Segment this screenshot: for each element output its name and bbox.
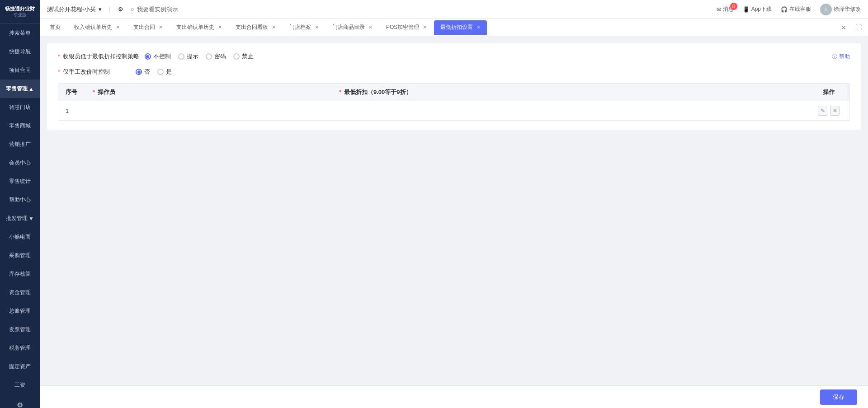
sidebar-item-tax[interactable]: 税务管理 [0, 339, 40, 357]
tab-close-store-goods[interactable]: ✕ [368, 24, 373, 30]
radio-ban[interactable]: 禁止 [233, 52, 254, 61]
tab-store-profile[interactable]: 门店档案 ✕ [283, 20, 325, 35]
field1-required-star: * [58, 53, 60, 60]
tab-payment-confirm-history[interactable]: 支出确认单历史 ✕ [170, 20, 228, 35]
footer: 保存 [40, 385, 868, 408]
tabbar-actions: ✕ ⛶ [838, 23, 864, 32]
question-circle-icon: ⓘ [832, 53, 837, 61]
col-header-operator: * 操作员 [85, 84, 332, 101]
sidebar-item-ecommerce[interactable]: 小畅电商 [0, 228, 40, 246]
tab-income-history[interactable]: 收入确认单历史 ✕ [68, 20, 126, 35]
sidebar-item-marketing[interactable]: 营销推广 [0, 135, 40, 154]
topbar-divider: | [109, 6, 110, 13]
tab-min-discount[interactable]: 最低折扣设置 ✕ [434, 20, 487, 35]
close-all-tabs-button[interactable]: ✕ [838, 23, 849, 32]
sidebar-item-online-shop[interactable]: 零售商城 [0, 117, 40, 135]
demo-icon: ○ [131, 6, 134, 13]
avatar: 人 [820, 4, 832, 15]
tab-close-store-profile[interactable]: ✕ [315, 24, 319, 30]
tab-close-min-discount[interactable]: ✕ [476, 24, 481, 30]
message-button[interactable]: ✉ 消息 8 [717, 5, 734, 13]
project-chevron-icon: ▾ [99, 6, 102, 13]
field2-label: * 仅手工改价时控制 [58, 68, 130, 76]
sidebar-item-project-contract[interactable]: 项目合同 [0, 61, 40, 80]
tab-close-payment-contract[interactable]: ✕ [159, 24, 163, 30]
field1-label: * 收银员低于最低折扣控制策略 [58, 52, 139, 61]
sidebar-item-ledger[interactable]: 总账管理 [0, 302, 40, 320]
sidebar-item-retail-stats[interactable]: 零售统计 [0, 172, 40, 191]
radio-password-circle [206, 53, 212, 60]
operator-required-star: * [93, 89, 95, 95]
table-row: 1 ✎ ✕ [58, 101, 849, 120]
main-area: 测试分开花程-小买 ▾ | ⚙ ○ 我要看实例演示 ✉ 消息 8 📱 App下载… [40, 0, 868, 408]
discount-table: 序号 * 操作员 * 最低折扣（9.00等于9折） 操作 1 [58, 83, 850, 121]
row1-delete-button[interactable]: ✕ [830, 106, 840, 116]
form-card: * 收银员低于最低折扣控制策略 不控制 提示 密码 [47, 43, 861, 130]
sidebar-item-quick-nav[interactable]: 快捷导航 [0, 42, 40, 61]
tab-pos-password[interactable]: POS加密管理 ✕ [380, 20, 433, 35]
settings-button[interactable]: ⚙ [118, 6, 123, 13]
tab-close-income-history[interactable]: ✕ [116, 24, 120, 30]
radio-no[interactable]: 否 [136, 68, 150, 76]
tabbar: 首页 收入确认单历史 ✕ 支出合同 ✕ 支出确认单历史 ✕ 支出合同看板 ✕ 门… [40, 19, 868, 36]
sidebar-item-finance[interactable]: 资金管理 [0, 283, 40, 302]
radio-tip[interactable]: 提示 [178, 52, 198, 61]
help-button[interactable]: ⓘ 帮助 [832, 53, 850, 61]
sidebar-item-wholesale-mgmt[interactable]: 批发管理 ▼ [0, 209, 40, 228]
phone-icon: 📱 [743, 6, 750, 13]
sidebar-item-inventory[interactable]: 库存核算 [0, 265, 40, 283]
sidebar: 畅捷通好业财 专业版 搜索菜单 快捷导航 项目合同 零售管理 ▲ 智慧门店 零售… [0, 0, 40, 408]
tab-store-goods[interactable]: 门店商品目录 ✕ [326, 20, 379, 35]
discount-required-star: * [339, 89, 341, 95]
table-header: 序号 * 操作员 * 最低折扣（9.00等于9折） 操作 [58, 84, 849, 101]
sidebar-item-salary[interactable]: 工资 [0, 376, 40, 394]
radio-no-control-circle [145, 53, 151, 60]
expand-tabs-button[interactable]: ⛶ [853, 23, 864, 32]
sidebar-item-invoice[interactable]: 发票管理 [0, 320, 40, 339]
radio-tip-circle [178, 53, 184, 60]
sidebar-item-search[interactable]: 搜索菜单 [0, 24, 40, 42]
sidebar-item-purchase-mgmt[interactable]: 采购管理 [0, 246, 40, 265]
message-icon: ✉ [717, 6, 721, 13]
sidebar-item-smart-store[interactable]: 智慧门店 [0, 98, 40, 117]
col-header-action: 操作 [811, 84, 847, 101]
row1-operator [85, 106, 332, 115]
logo-line2: 专业版 [4, 12, 36, 18]
tab-payment-contract[interactable]: 支出合同 ✕ [127, 20, 169, 35]
headset-icon: 🎧 [781, 6, 788, 13]
field1-radio-group: 不控制 提示 密码 禁止 [145, 52, 254, 61]
settings-icon: ⚙ [118, 6, 123, 13]
gear-icon: ⚙ [17, 401, 23, 408]
content-area: * 收银员低于最低折扣控制策略 不控制 提示 密码 [40, 36, 868, 385]
radio-no-control[interactable]: 不控制 [145, 52, 171, 61]
radio-no-circle [136, 69, 142, 75]
tab-close-payment-contract-board[interactable]: ✕ [272, 24, 276, 30]
row1-actions: ✎ ✕ [811, 101, 847, 120]
project-selector[interactable]: 测试分开花程-小买 ▾ [47, 5, 102, 14]
save-button[interactable]: 保存 [820, 389, 857, 405]
chevron-up-icon: ▲ [28, 86, 34, 92]
sidebar-item-help-center[interactable]: 帮助中心 [0, 191, 40, 209]
radio-password[interactable]: 密码 [206, 52, 226, 61]
chevron-down-icon: ▼ [28, 216, 34, 222]
row1-seq: 1 [58, 103, 85, 119]
sidebar-item-fixed-assets[interactable]: 固定资产 [0, 357, 40, 376]
radio-yes[interactable]: 是 [157, 68, 172, 76]
message-badge: 8 [730, 3, 737, 10]
topbar: 测试分开花程-小买 ▾ | ⚙ ○ 我要看实例演示 ✉ 消息 8 📱 App下载… [40, 0, 868, 19]
sidebar-item-member-center[interactable]: 会员中心 [0, 154, 40, 172]
tab-home[interactable]: 首页 [43, 20, 67, 35]
demo-button[interactable]: ○ 我要看实例演示 [131, 5, 178, 14]
sidebar-settings-button[interactable]: ⚙ [0, 394, 40, 408]
user-profile-button[interactable]: 人 徐泽华修改 [820, 4, 861, 15]
sidebar-item-retail-mgmt[interactable]: 零售管理 ▲ [0, 80, 40, 98]
tab-close-payment-confirm-history[interactable]: ✕ [218, 24, 222, 30]
row1-discount [332, 106, 811, 115]
app-download-button[interactable]: 📱 App下载 [743, 5, 772, 13]
col-header-discount: * 最低折扣（9.00等于9折） [332, 84, 811, 101]
online-service-button[interactable]: 🎧 在线客服 [781, 5, 811, 13]
tab-close-pos-password[interactable]: ✕ [423, 24, 427, 30]
row1-edit-button[interactable]: ✎ [818, 106, 827, 116]
tab-payment-contract-board[interactable]: 支出合同看板 ✕ [229, 20, 282, 35]
form-row-manual-control: * 仅手工改价时控制 否 是 [58, 68, 850, 76]
